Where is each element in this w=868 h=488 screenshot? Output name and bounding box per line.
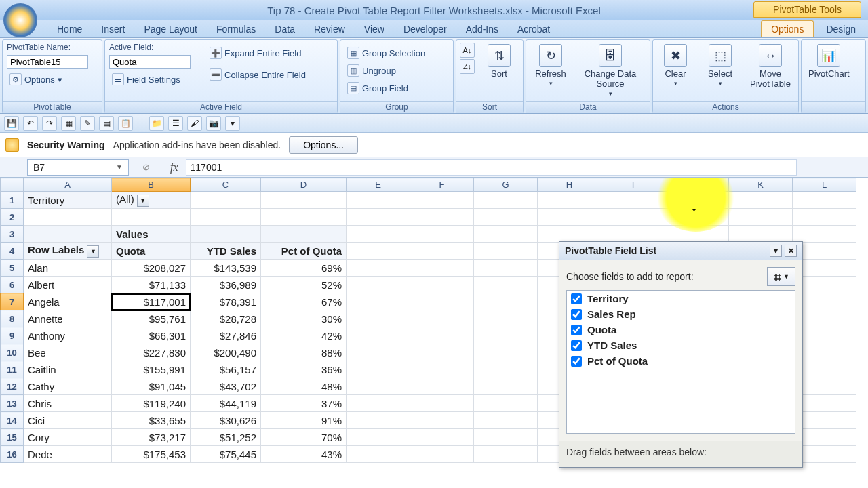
tab-data[interactable]: Data bbox=[265, 21, 304, 37]
worksheet-grid[interactable]: ↓ ABCDEFGHIJKL1 Territory (All)▼ 23 Valu… bbox=[0, 178, 868, 488]
chevron-down-icon[interactable]: ▼ bbox=[116, 163, 123, 171]
cell[interactable] bbox=[410, 344, 474, 361]
rowlabels-dropdown-icon[interactable]: ▼ bbox=[87, 245, 99, 258]
cell[interactable] bbox=[410, 412, 474, 429]
cell[interactable] bbox=[665, 226, 729, 243]
field-item[interactable]: Territory bbox=[567, 291, 795, 306]
row-header-11[interactable]: 11 bbox=[1, 361, 24, 378]
cell[interactable] bbox=[474, 192, 538, 209]
cell[interactable] bbox=[729, 226, 793, 243]
qat-btn-8[interactable]: 📁 bbox=[149, 116, 164, 131]
formula-input[interactable]: 117001 bbox=[186, 159, 797, 176]
cell[interactable] bbox=[347, 293, 410, 310]
cell-name[interactable]: Cory bbox=[24, 429, 112, 446]
tab-add-ins[interactable]: Add-Ins bbox=[456, 21, 508, 37]
field-checkbox[interactable] bbox=[571, 293, 582, 304]
cell-quota[interactable]: $95,761 bbox=[112, 310, 191, 327]
cell-pct[interactable]: 37% bbox=[261, 395, 347, 412]
ytd-header[interactable]: YTD Sales bbox=[191, 243, 261, 260]
cell-ytd[interactable]: $51,252 bbox=[191, 429, 261, 446]
cell[interactable] bbox=[261, 209, 347, 226]
office-button[interactable] bbox=[3, 3, 37, 37]
row-header-10[interactable]: 10 bbox=[1, 344, 24, 361]
change-data-source-button[interactable]: 🗄Change Data Source▾ bbox=[575, 43, 646, 98]
cell-ytd[interactable]: $200,490 bbox=[191, 344, 261, 361]
cell[interactable] bbox=[729, 192, 793, 209]
cell[interactable] bbox=[347, 412, 410, 429]
cell[interactable] bbox=[347, 378, 410, 395]
cell[interactable] bbox=[410, 260, 474, 277]
row-header-3[interactable]: 3 bbox=[1, 226, 24, 243]
field-checkbox[interactable] bbox=[571, 356, 582, 367]
col-header-D[interactable]: D bbox=[261, 178, 347, 192]
select-all-cell[interactable] bbox=[1, 178, 24, 192]
pivotchart-button[interactable]: 📊PivotChart bbox=[806, 43, 852, 80]
field-item[interactable]: Pct of Quota bbox=[567, 353, 795, 369]
qat-btn-9[interactable]: ☰ bbox=[168, 116, 183, 131]
cell[interactable] bbox=[347, 243, 410, 260]
col-header-C[interactable]: C bbox=[191, 178, 261, 192]
cell-ytd[interactable]: $28,728 bbox=[191, 310, 261, 327]
col-header-H[interactable]: H bbox=[538, 178, 601, 192]
cell-ytd[interactable]: $56,157 bbox=[191, 361, 261, 378]
field-list-fields[interactable]: Territory Sales Rep Quota YTD Sales Pct … bbox=[566, 290, 795, 434]
cell[interactable] bbox=[347, 429, 410, 446]
cell-name[interactable]: Anthony bbox=[24, 327, 112, 344]
warning-options-button[interactable]: Options... bbox=[289, 136, 358, 154]
tab-acrobat[interactable]: Acrobat bbox=[508, 21, 559, 37]
cell[interactable] bbox=[474, 429, 538, 446]
tab-insert[interactable]: Insert bbox=[92, 21, 134, 37]
cell-ytd[interactable]: $44,119 bbox=[191, 395, 261, 412]
cell-quota[interactable]: $155,991 bbox=[112, 361, 191, 378]
cell[interactable] bbox=[474, 293, 538, 310]
cell[interactable] bbox=[24, 209, 112, 226]
field-item[interactable]: YTD Sales bbox=[567, 338, 795, 353]
cell-name[interactable]: Dede bbox=[24, 446, 112, 463]
row-labels-header[interactable]: Row Labels▼ bbox=[24, 243, 112, 260]
cell-ytd[interactable]: $78,391 bbox=[191, 293, 261, 310]
field-list-layout-button[interactable]: ▦▼ bbox=[767, 267, 795, 286]
cell[interactable] bbox=[410, 209, 474, 226]
cell[interactable] bbox=[538, 209, 601, 226]
cell[interactable] bbox=[601, 209, 665, 226]
cell[interactable] bbox=[601, 226, 665, 243]
cell[interactable] bbox=[474, 378, 538, 395]
col-header-A[interactable]: A bbox=[24, 178, 112, 192]
row-header-7[interactable]: 7 bbox=[1, 293, 24, 310]
cell[interactable] bbox=[410, 243, 474, 260]
close-icon[interactable]: ✕ bbox=[785, 245, 797, 257]
qat-btn-10[interactable]: 🖌 bbox=[187, 116, 202, 131]
tab-developer[interactable]: Developer bbox=[394, 21, 456, 37]
col-header-J[interactable]: J bbox=[665, 178, 729, 192]
cell-name[interactable]: Albert bbox=[24, 277, 112, 293]
cell-quota[interactable]: $73,217 bbox=[112, 429, 191, 446]
cell-pct[interactable]: 42% bbox=[261, 327, 347, 344]
row-header-1[interactable]: 1 bbox=[1, 192, 24, 209]
cell[interactable] bbox=[474, 361, 538, 378]
cell-name[interactable]: Angela bbox=[24, 293, 112, 310]
cell[interactable] bbox=[474, 395, 538, 412]
cell-name[interactable]: Cici bbox=[24, 412, 112, 429]
field-settings-button[interactable]: ☰Field Settings bbox=[109, 72, 203, 87]
cell[interactable] bbox=[474, 260, 538, 277]
row-header-8[interactable]: 8 bbox=[1, 310, 24, 327]
filter-value-cell[interactable]: (All)▼ bbox=[112, 192, 191, 209]
row-header-9[interactable]: 9 bbox=[1, 327, 24, 344]
redo-icon[interactable]: ↷ bbox=[42, 116, 57, 131]
sort-asc-icon[interactable]: A↓ bbox=[460, 43, 475, 58]
cell[interactable] bbox=[347, 226, 410, 243]
cell[interactable] bbox=[410, 192, 474, 209]
sort-desc-icon[interactable]: Z↓ bbox=[460, 59, 475, 74]
cell-pct[interactable]: 88% bbox=[261, 344, 347, 361]
cell-pct[interactable]: 30% bbox=[261, 310, 347, 327]
cell-ytd[interactable]: $75,445 bbox=[191, 446, 261, 463]
field-item[interactable]: Quota bbox=[567, 322, 795, 338]
cell[interactable] bbox=[410, 361, 474, 378]
cell[interactable] bbox=[474, 327, 538, 344]
cell-ytd[interactable]: $36,989 bbox=[191, 277, 261, 293]
tab-page-layout[interactable]: Page Layout bbox=[134, 21, 207, 37]
pivottable-field-list[interactable]: PivotTable Field List ▼ ✕ Choose fields … bbox=[559, 241, 803, 468]
cell[interactable] bbox=[410, 293, 474, 310]
row-header-2[interactable]: 2 bbox=[1, 209, 24, 226]
cell-quota[interactable]: $227,830 bbox=[112, 344, 191, 361]
